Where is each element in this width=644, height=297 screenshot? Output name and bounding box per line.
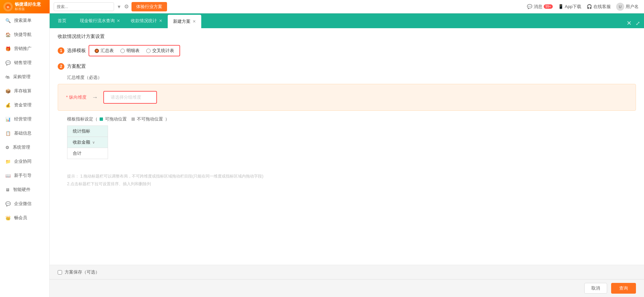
sidebar-label: 资金管理 [14, 102, 32, 108]
col1-label: 收款金额 [73, 139, 90, 145]
sidebar-item-sales[interactable]: 💬 销售管理 [0, 56, 49, 70]
sidebar-item-member[interactable]: 👑 畅会员 [0, 211, 49, 225]
tab-maximize-icon[interactable]: ⤢ [636, 20, 640, 27]
sidebar-label: 采购管理 [13, 74, 31, 80]
user-name: 用户名 [626, 4, 639, 10]
metrics-section-label-close: ） [165, 116, 169, 122]
settings-icon: ⚙ [5, 145, 9, 150]
sidebar-label: 企业微信 [14, 201, 32, 207]
tab-home[interactable]: 首页 [50, 13, 74, 28]
dimension-selector[interactable]: 请选择分组维度 [103, 91, 157, 104]
sidebar-item-basic-info[interactable]: 📋 基础信息 [0, 126, 49, 140]
sidebar-item-marketing[interactable]: 🎁 营销推广 [0, 42, 49, 56]
sidebar-label: 系统管理 [13, 144, 30, 150]
metrics-row-2: 合计 [67, 148, 108, 159]
tab-collection-stats[interactable]: 收款情况统计 ✕ [125, 13, 168, 28]
dropdown-arrow-icon[interactable]: ▼ [117, 4, 121, 9]
sidebar-item-inventory[interactable]: 📦 库存核算 [0, 84, 49, 98]
tab-bank-flow-label: 现金银行流水查询 [80, 18, 115, 24]
chart-icon: 📊 [5, 117, 11, 122]
arrow-icon: → [92, 94, 98, 101]
industry-btn[interactable]: 体验行业方案 [131, 2, 167, 11]
tab-bank-flow-close[interactable]: ✕ [117, 18, 120, 23]
dimension-label: 汇总维度（必选） [67, 75, 636, 81]
home-icon: 🏠 [5, 32, 11, 37]
monitor-icon: 🖥 [5, 187, 10, 192]
radio-detail[interactable]: 明细表 [120, 48, 140, 54]
sidebar-item-hardware[interactable]: 🖥 智能硬件 [0, 183, 49, 197]
col1-dropdown-icon: ∨ [92, 140, 95, 145]
user-icon: U [616, 3, 624, 11]
download-icon: 📱 [558, 4, 564, 9]
tab-bank-flow[interactable]: 现金银行流水查询 ✕ [74, 13, 125, 28]
sidebar-item-search-menu[interactable]: 🔍 搜索菜单 [0, 13, 49, 28]
non-draggable-text: 不可拖动位置 [137, 116, 163, 122]
user-avatar[interactable]: U 用户名 [616, 3, 639, 11]
sidebar-item-cooperation[interactable]: 📁 企业协同 [0, 154, 49, 168]
save-plan-checkbox[interactable] [58, 270, 62, 275]
crown-icon: 👑 [5, 215, 11, 220]
sidebar-label: 新手引导 [14, 172, 32, 179]
sidebar-label: 营销推广 [14, 46, 32, 52]
metrics-row-1[interactable]: 收款金额 ∨ [67, 137, 108, 148]
sidebar-item-purchase[interactable]: 🛍 采购管理 [0, 70, 49, 84]
sidebar-label: 快捷导航 [14, 32, 32, 38]
tab-close-window-icon[interactable]: ✕ [627, 19, 632, 27]
service-btn[interactable]: 🎧 在线客服 [587, 4, 611, 10]
tip-line-2: 2.点击标题栏下拉可设置排序、插入列和删除列 [67, 180, 636, 188]
draggable-text: 可拖动位置 [105, 116, 127, 122]
svg-text:畅: 畅 [7, 6, 9, 9]
tab-collection-stats-label: 收款情况统计 [131, 18, 157, 24]
step2-number: 2 [58, 63, 64, 70]
sidebar-item-guide[interactable]: 📖 新手引导 [0, 168, 49, 183]
chat-icon: 💬 [5, 60, 11, 65]
step2-section: 2 方案配置 汇总维度（必选） * 纵向维度 → [58, 63, 636, 188]
download-btn[interactable]: 📱 App下载 [558, 4, 581, 10]
tab-home-label: 首页 [58, 18, 66, 24]
message-badge: 99+ [544, 4, 553, 9]
metrics-table-header[interactable]: 统计指标 [67, 126, 108, 137]
search-menu-icon: 🔍 [5, 18, 11, 23]
sidebar-item-system[interactable]: ⚙ 系统管理 [0, 140, 49, 154]
logo-text: 畅捷通好生意 [15, 2, 41, 7]
tab-collection-stats-close[interactable]: ✕ [159, 18, 162, 23]
clipboard-icon: 📋 [5, 131, 11, 136]
sidebar-label: 智能硬件 [13, 187, 31, 193]
sidebar-label: 销售管理 [14, 60, 32, 66]
service-label: 在线客服 [593, 4, 611, 10]
radio-cross[interactable]: 交叉统计表 [146, 48, 174, 54]
radio-cross-label: 交叉统计表 [152, 48, 174, 54]
sidebar-item-quick-nav[interactable]: 🏠 快捷导航 [0, 28, 49, 42]
page-title: 收款情况统计方案设置 [58, 34, 636, 40]
topbar-search-input[interactable] [54, 2, 114, 11]
radio-summary[interactable]: 汇总表 [95, 48, 114, 54]
save-plan-label: 方案保存（可选） [65, 269, 100, 275]
tabbar: 首页 现金银行流水查询 ✕ 收款情况统计 ✕ 新建方案 ✕ ✕ ⤢ [50, 13, 644, 28]
tab-new-plan-close[interactable]: ✕ [193, 19, 196, 24]
sidebar-label: 搜索菜单 [14, 17, 32, 23]
metrics-header-label: 统计指标 [73, 128, 90, 134]
message-btn[interactable]: 💬 消息 99+ [527, 4, 553, 10]
book-icon: 📖 [5, 173, 11, 178]
tab-new-plan-label: 新建方案 [173, 18, 191, 24]
radio-summary-label: 汇总表 [101, 48, 114, 54]
tab-new-plan[interactable]: 新建方案 ✕ [168, 15, 201, 28]
bag-icon: 🛍 [5, 75, 10, 80]
step1-section: 1 选择模板 汇总表 明细表 [58, 45, 636, 56]
gear-icon[interactable]: ⚙ [124, 3, 129, 10]
step2-label: 方案配置 [67, 63, 86, 69]
edition-text: 标准版 [15, 7, 41, 11]
query-button[interactable]: 查询 [611, 283, 636, 294]
cancel-button[interactable]: 取消 [584, 283, 607, 294]
sidebar-label: 畅会员 [14, 215, 27, 221]
box-icon: 📦 [5, 89, 11, 94]
message-icon: 💬 [527, 4, 532, 9]
col2-label: 合计 [73, 151, 82, 156]
bottom-buttons: 取消 查询 [50, 279, 644, 297]
radio-detail-label: 明细表 [126, 48, 140, 54]
sidebar-item-finance[interactable]: 💰 资金管理 [0, 98, 49, 112]
sidebar-item-wechat[interactable]: 💬 企业微信 [0, 197, 49, 211]
tips-section: 提示： 1.拖动标题栏可以调整布局，不可跨维度或指标区域拖动栏目段(只能在同一维… [67, 172, 636, 188]
sidebar-item-operation[interactable]: 📊 经营管理 [0, 112, 49, 126]
dimension-area: * 纵向维度 → 请选择分组维度 [58, 84, 636, 111]
